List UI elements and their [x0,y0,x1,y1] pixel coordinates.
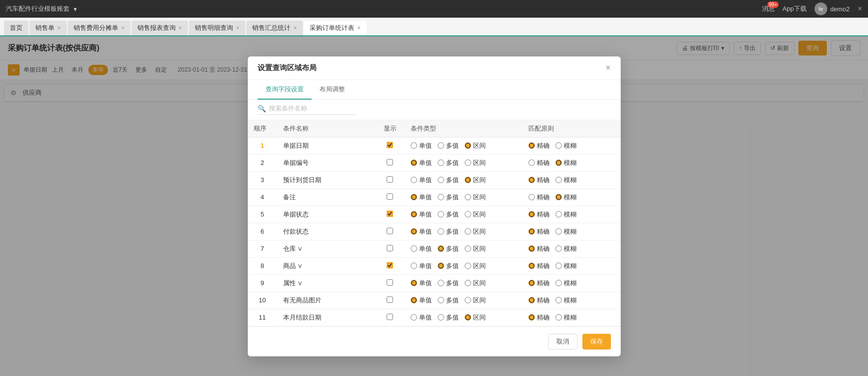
row-type-option[interactable]: 多值 [438,262,459,270]
row-show-checkbox[interactable] [381,296,399,304]
search-input[interactable] [269,105,347,112]
row-type-option[interactable]: 区间 [465,176,486,185]
row-show-checkbox[interactable] [381,228,399,236]
row-type-option[interactable]: 区间 [465,262,486,270]
row-match-option[interactable]: 精确 [528,262,550,270]
row-type-option[interactable]: 多值 [438,141,459,150]
tab-sales-order[interactable]: 销售单 × [29,21,67,35]
th-cond-name: 条件名称 [277,120,375,137]
row-type-option[interactable]: 单值 [411,296,432,305]
dropdown-icon: ▾ [74,5,77,13]
row-show-checkbox[interactable] [381,159,399,167]
top-close-btn[interactable]: × [858,4,862,13]
row-show-checkbox[interactable] [381,245,399,253]
row-type-option[interactable]: 多值 [438,159,459,167]
tab-sales-summary-close[interactable]: × [293,25,297,31]
row-match-option[interactable]: 模糊 [555,279,577,288]
row-type-option[interactable]: 单值 [411,176,432,185]
row-show-checkbox[interactable] [381,314,399,322]
tab-sales-expense[interactable]: 销售费用分摊单 × [68,21,131,35]
tab-sales-detail[interactable]: 销售明细查询 × [189,21,245,35]
save-btn[interactable]: 保存 [582,334,611,349]
app-download-btn[interactable]: App下载 [783,4,807,13]
modal-dialog: 设置查询区域布局 × 查询字段设置 布局调整 🔍 [248,56,621,356]
row-cond-name: 单据编号 [283,159,309,166]
row-match-option[interactable]: 模糊 [555,159,577,167]
tab-purchase-order[interactable]: 采购订单统计表 × [304,21,367,35]
tab-sales-order-close[interactable]: × [57,25,61,31]
row-match-option[interactable]: 精确 [528,193,550,202]
cancel-btn[interactable]: 取消 [548,334,578,349]
row-match-option[interactable]: 精确 [528,313,550,322]
row-type-option[interactable]: 区间 [465,296,486,305]
row-type-option[interactable]: 区间 [465,313,486,322]
row-match-option[interactable]: 精确 [528,141,550,150]
row-type-option[interactable]: 多值 [438,244,459,253]
row-type-option[interactable]: 多值 [438,227,459,236]
row-type-option[interactable]: 多值 [438,313,459,322]
tab-purchase-order-close[interactable]: × [357,25,361,31]
row-type-option[interactable]: 单值 [411,262,432,270]
row-type-option[interactable]: 区间 [465,159,486,167]
row-match-option[interactable]: 模糊 [555,227,577,236]
tab-sales-detail-close[interactable]: × [236,25,239,31]
tab-sales-report-close[interactable]: × [179,25,182,31]
row-order-num: 11 [259,314,265,321]
row-type-option[interactable]: 单值 [411,279,432,288]
row-show-checkbox[interactable] [381,193,399,201]
row-match-option[interactable]: 精确 [528,176,550,185]
row-type-group: 单值多值区间 [411,313,517,322]
row-type-option[interactable]: 多值 [438,176,459,185]
row-type-option[interactable]: 单值 [411,159,432,167]
row-match-option[interactable]: 精确 [528,159,550,167]
row-type-option[interactable]: 多值 [438,193,459,202]
top-bar-left: 汽车配件行业模板账套 ▾ [6,4,77,13]
row-type-option[interactable]: 区间 [465,193,486,202]
search-box: 🔍 [258,105,356,115]
row-type-option[interactable]: 单值 [411,210,432,219]
row-type-option[interactable]: 多值 [438,296,459,305]
row-match-option[interactable]: 精确 [528,244,550,253]
th-order: 顺序 [248,120,277,137]
modal-tab-layout[interactable]: 布局调整 [312,80,353,100]
row-match-option[interactable]: 模糊 [555,244,577,253]
row-show-checkbox[interactable] [381,211,399,218]
row-type-option[interactable]: 单值 [411,141,432,150]
row-match-option[interactable]: 精确 [528,227,550,236]
row-type-option[interactable]: 单值 [411,227,432,236]
tab-sales-summary[interactable]: 销售汇总统计 × [246,21,303,35]
row-show-checkbox[interactable] [381,142,399,150]
row-type-option[interactable]: 单值 [411,313,432,322]
row-match-option[interactable]: 模糊 [555,176,577,185]
row-match-option[interactable]: 模糊 [555,313,577,322]
row-type-option[interactable]: 单值 [411,193,432,202]
row-type-option[interactable]: 多值 [438,210,459,219]
modal-close-btn[interactable]: × [605,63,611,72]
row-show-checkbox[interactable] [381,262,399,270]
tab-home[interactable]: 首页 [4,21,28,35]
tab-sales-expense-close[interactable]: × [121,25,125,31]
row-cond-name: 本月结款日期 [283,314,321,321]
row-show-checkbox[interactable] [381,176,399,184]
row-type-option[interactable]: 单值 [411,244,432,253]
tab-sales-report[interactable]: 销售报表查询 × [132,21,188,35]
row-show-checkbox[interactable] [381,279,399,287]
top-bar: 汽车配件行业模板账套 ▾ 消息 99+ App下载 Ie demo2 × [0,0,868,18]
row-match-option[interactable]: 模糊 [555,193,577,202]
row-type-option[interactable]: 多值 [438,279,459,288]
row-match-option[interactable]: 模糊 [555,262,577,270]
notification-icon[interactable]: 消息 99+ [762,4,775,13]
modal-tab-query-fields[interactable]: 查询字段设置 [258,80,312,100]
row-type-option[interactable]: 区间 [465,227,486,236]
row-match-option[interactable]: 精确 [528,279,550,288]
row-match-option[interactable]: 精确 [528,296,550,305]
row-type-option[interactable]: 区间 [465,279,486,288]
row-order-num: 8 [261,262,264,269]
row-match-option[interactable]: 模糊 [555,296,577,305]
row-type-option[interactable]: 区间 [465,141,486,150]
row-match-option[interactable]: 模糊 [555,210,577,219]
row-match-option[interactable]: 精确 [528,210,550,219]
row-type-option[interactable]: 区间 [465,210,486,219]
row-match-option[interactable]: 模糊 [555,141,577,150]
row-type-option[interactable]: 区间 [465,244,486,253]
